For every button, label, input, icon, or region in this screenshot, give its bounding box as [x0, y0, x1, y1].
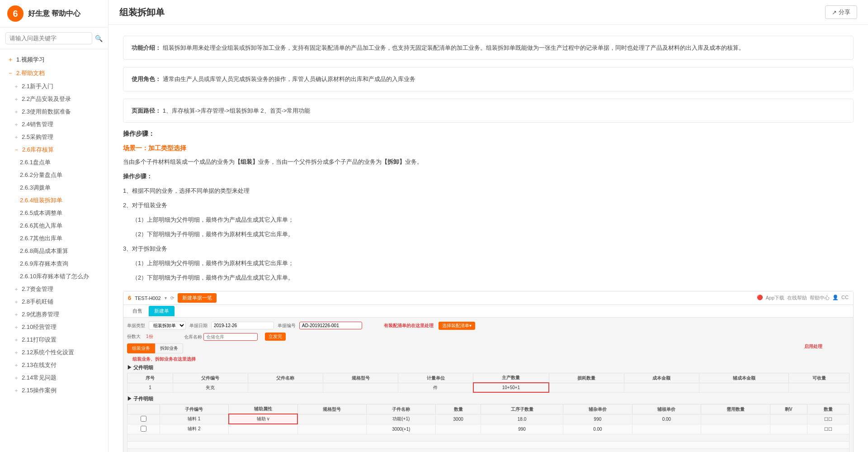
mock-wh-label: 仓库名称 [184, 334, 202, 339]
logo-icon: 6 [7, 5, 24, 22]
mock-count-label: 份数大 [127, 333, 141, 340]
mock-annotation-a3-label: 启用处理 [804, 343, 822, 350]
mock-home-label: 帮助中心 [810, 295, 830, 301]
sidebar-item-ops[interactable]: ＋ 2.10经营管理 [0, 321, 108, 333]
cell-sub-v [770, 414, 807, 424]
search-icon[interactable]: 🔍 [95, 35, 103, 42]
mock-lcol-check [127, 404, 160, 414]
sidebar-item-video[interactable]: ＋ 1.视频学习 [0, 53, 108, 67]
sidebar-item-newcomer[interactable]: ＋ 2.1新手入门 [0, 80, 108, 93]
mock-tab-sell[interactable]: 自售 [127, 306, 148, 316]
mock-lcol-needed: 需用数量 [701, 404, 770, 414]
mock-col-seq: 序号 [127, 373, 173, 383]
sidebar-item-purchase[interactable]: ＋ 2.5采购管理 [0, 131, 108, 143]
plus-icon: ＋ [14, 121, 19, 128]
cell-sub-proc: 18.0 [481, 414, 563, 424]
cell-sub-attr2 [229, 424, 297, 434]
mock-date-input[interactable] [211, 322, 274, 329]
plus-icon: ＋ [14, 387, 19, 395]
sidebar-header: 6 好生意 帮助中心 [0, 0, 108, 28]
cell-check[interactable] [127, 414, 160, 424]
mock-annotation-a1-label: 有装配清单的在这里处理 [384, 323, 434, 328]
mock-confirm-btn[interactable]: 立发完 [265, 333, 286, 341]
plus-icon: ＋ [14, 298, 19, 306]
sidebar-item-otherOUT[interactable]: 2.6.7其他出库单 [0, 232, 108, 245]
sidebar-item-cases[interactable]: ＋ 2.15操作案例 [0, 384, 108, 397]
sidebar-item-capital[interactable]: ＋ 2.7资金管理 [0, 283, 108, 295]
mock-col-cost: 成本金额 [624, 373, 699, 383]
mock-store-name: TEST-H002 [135, 295, 160, 301]
table-row [127, 441, 849, 448]
mock-annotation-a2-label: 组装业务、拆卸业务在这里选择 [132, 357, 196, 362]
cell-partname [248, 383, 323, 392]
cell-sub-spec2 [297, 424, 366, 434]
sidebar-item-stocktake[interactable]: 2.6.1盘点单 [0, 156, 108, 169]
mock-wh-input[interactable] [203, 333, 258, 341]
share-button[interactable]: ↗ 分享 [825, 5, 857, 19]
cell-cost [624, 383, 699, 392]
step3: 3、对于拆卸业务 [123, 243, 854, 255]
sidebar-item-assembly[interactable]: 2.6.4组装拆卸单 [0, 194, 108, 207]
mock-help-label: 在线帮助 [787, 295, 807, 301]
cell-sub-needed2 [701, 424, 770, 434]
sidebar-item-mobile[interactable]: ＋ 2.8手机旺铺 [0, 295, 108, 308]
sidebar-item-docs[interactable]: － 2.帮助文档 [0, 67, 108, 80]
cell-sub-proc2: 990 [481, 424, 563, 434]
sidebar-item-ledger[interactable]: 2.6.9库存账本查询 [0, 257, 108, 270]
path-text: 1、库存核算->库存管理->组装拆卸单 2、首页->常用功能 [163, 107, 311, 114]
mock-tab-new[interactable]: 新建单 [149, 306, 175, 316]
cell-sub-auxprice2: 0.00 [563, 424, 632, 434]
sidebar-item-coupon[interactable]: ＋ 2.9优惠券管理 [0, 308, 108, 321]
mock-annotation-btn[interactable]: 选择装配清单▾ [439, 322, 475, 330]
sidebar-item-goodscost[interactable]: 2.6.8商品成本重算 [0, 245, 108, 257]
sidebar-item-print[interactable]: ＋ 2.11打印设置 [0, 333, 108, 346]
mock-upper-table: 序号 父件编号 父件名称 规格型号 计量单位 主产数量 损耗数量 成本金额 辅成… [127, 373, 849, 393]
role-label: 使用角色： [132, 76, 161, 82]
path-label: 页面路径： [132, 107, 161, 114]
sidebar-item-ledgererr[interactable]: 2.6.10库存账本错了怎么办 [0, 270, 108, 283]
sidebar-item-online[interactable]: ＋ 2.13在线支付 [0, 359, 108, 371]
main-area: 组装拆卸单 ↗ 分享 功能介绍： 组装拆卸单用来处理企业组装或拆卸等加工业务，支… [108, 0, 868, 452]
cell-sub-final2: ☐☐ [807, 424, 849, 434]
mock-lcol-v: 剩V [770, 404, 807, 414]
cell-sub-final: ☐☐ [807, 414, 849, 424]
cell-sub-attr: 辅助 v [229, 414, 297, 424]
sidebar-item-install[interactable]: ＋ 2.2产品安装及登录 [0, 93, 108, 105]
scene1-heading: 场景一：加工类型选择 [123, 144, 854, 152]
sidebar-item-sales[interactable]: ＋ 2.4销售管理 [0, 118, 108, 131]
mock-type-select[interactable]: 组装拆卸单 [149, 321, 186, 330]
docs-sub-nav: ＋ 2.1新手入门 ＋ 2.2产品安装及登录 ＋ 2.3使用前数据准备 ＋ 2.… [0, 80, 108, 397]
minus-icon: － [7, 69, 14, 77]
steps-label: 操作步骤： [123, 171, 854, 182]
plus-icon: ＋ [14, 349, 19, 357]
mock-lcol-qty: 数量 [436, 404, 481, 414]
main-content: 功能介绍： 组装拆卸单用来处理企业组装或拆卸等加工业务，支持有固定装配清单的产品… [108, 25, 868, 452]
sidebar-item-costadj[interactable]: 2.6.5成本调整单 [0, 207, 108, 219]
path-block: 页面路径： 1、库存核算->库存管理->组装拆卸单 2、首页->常用功能 [123, 99, 854, 123]
cell-unit: 件 [398, 383, 473, 392]
mock-seg-disassemble[interactable]: 拆卸业务 [155, 343, 183, 353]
mock-refresh-icon: ⟳ [170, 295, 174, 300]
cell-sub-auxcost2 [632, 424, 701, 434]
sidebar-item-custom[interactable]: ＋ 2.12系统个性化设置 [0, 346, 108, 359]
cell-loss-qty [549, 383, 624, 392]
mock-app-label: App下载 [766, 295, 785, 301]
mock-col-avail: 可收量 [789, 373, 849, 383]
mock-seg-assemble[interactable]: 组装业务 [127, 343, 155, 353]
sidebar-item-faq[interactable]: ＋ 2.14常见问题 [0, 371, 108, 384]
mock-bill-input[interactable] [299, 322, 362, 329]
sidebar-item-partialtake[interactable]: 2.6.2分量盘点单 [0, 169, 108, 181]
sidebar-item-otherIN[interactable]: 2.6.6其他入库单 [0, 219, 108, 232]
sidebar-item-prepare[interactable]: ＋ 2.3使用前数据准备 [0, 105, 108, 118]
nav-tree: ＋ 1.视频学习 － 2.帮助文档 ＋ 2.1新手入门 ＋ 2.2产品安装及登录… [0, 49, 108, 400]
cell-sub-v2 [770, 424, 807, 434]
mock-new-btn[interactable]: 新建单据一笔 [178, 293, 217, 303]
search-input[interactable] [5, 32, 92, 44]
mock-lcol-no: 子件编号 [160, 404, 228, 414]
scene1-desc: 当由多个子件材料组装成一个成品的业务为【组装】业务，当由一个父件拆分成多个子产品… [123, 156, 854, 168]
intro-label: 功能介绍： [132, 44, 161, 51]
cell-check2[interactable] [127, 424, 160, 434]
inventory-sub-nav: 2.6.1盘点单 2.6.2分量盘点单 2.6.3调拨单 2.6.4组装拆卸单 … [0, 156, 108, 283]
sidebar-item-inventory[interactable]: － 2.6库存核算 [0, 143, 108, 156]
sidebar-item-adjust[interactable]: 2.6.3调拨单 [0, 181, 108, 194]
